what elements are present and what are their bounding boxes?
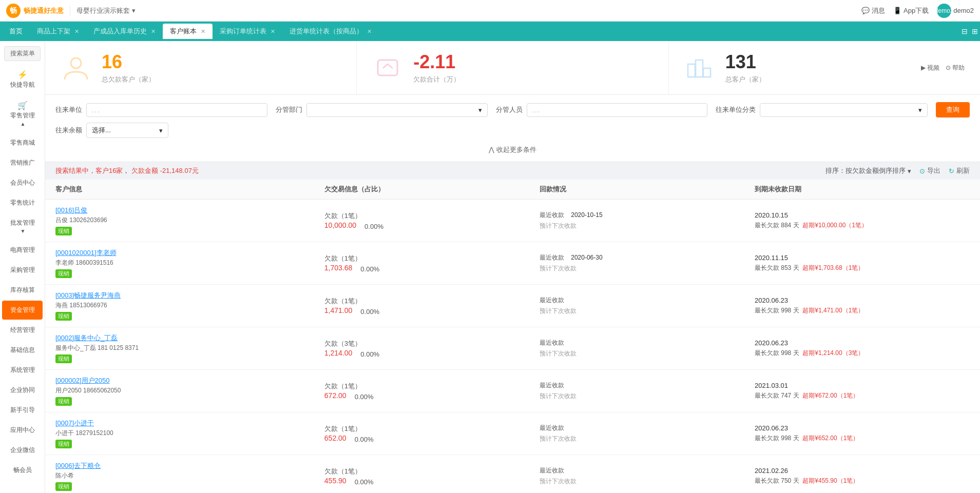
view-button[interactable]: ▶ 视频	[921, 64, 939, 72]
sidebar-item-new-guide[interactable]: 新手引导	[2, 401, 43, 420]
stat-total-value: 131	[725, 51, 765, 73]
customer-cell-5: [0007]小进干 小进干 18279152100 现销	[55, 419, 324, 448]
customer-code-5[interactable]: [0007]小进干	[55, 419, 324, 428]
overdue-amount-5[interactable]: 超期¥652.00（1笔）	[802, 435, 859, 442]
search-button[interactable]: 查询	[936, 102, 970, 117]
filter-balance-placeholder: 选择...	[92, 126, 111, 135]
help-icon: ⊙	[946, 64, 951, 71]
customer-code-3[interactable]: [0002]服务中心_丁磊	[55, 333, 324, 343]
debt-percent-3: 0.00%	[360, 350, 379, 358]
filter-balance-select[interactable]: 选择... ▾	[86, 123, 168, 138]
overdue-amount-4[interactable]: 超期¥672.00（1笔）	[802, 392, 859, 399]
message-button[interactable]: 💬 消息	[861, 6, 885, 15]
debt-amount-1[interactable]: 1,703.68	[324, 264, 353, 272]
table-row: [000002]用户2050 用户2050 18665062050 现销 欠款（…	[45, 370, 980, 412]
debt-amount-0[interactable]: 10,000.00	[324, 221, 356, 229]
sidebar-item-retail-stats[interactable]: 零售统计	[2, 193, 43, 212]
filter-person-input[interactable]: ...	[527, 103, 708, 117]
tab-product-history-label: 产成品入库单历史	[93, 27, 147, 36]
sort-select[interactable]: 排序：按欠款金额倒序排序 ▾	[825, 166, 911, 175]
customer-code-6[interactable]: [0006]去下粮仓	[55, 461, 324, 470]
collection-label-2: 最近收款	[540, 297, 564, 304]
customer-code-0[interactable]: [0016]吕俊	[55, 206, 324, 215]
stat-debt-info: -2.11 欠款合计（万）	[413, 51, 460, 84]
sidebar-item-retail-mgmt-label: 零售管理	[6, 111, 39, 120]
sidebar-item-member-center[interactable]: 会员中心	[2, 173, 43, 192]
filter-unit-class-label: 往来单位分类	[716, 105, 756, 114]
view-icon: ▶	[921, 64, 926, 71]
svg-rect-2	[688, 64, 695, 77]
collection-label-3: 最近收款	[540, 339, 564, 346]
user-avatar-button[interactable]: demo2 demo2	[937, 4, 974, 18]
tab-product-history[interactable]: 产成品入库单历史 ✕	[86, 24, 163, 39]
overdue-amount-0[interactable]: 超期¥10,000.00（1笔）	[802, 222, 868, 229]
sidebar-item-batch-mgmt[interactable]: 批发管理 ▼	[2, 213, 43, 240]
sidebar-item-system[interactable]: 系统管理	[2, 361, 43, 380]
filter-unit-class-select[interactable]: ▾	[760, 103, 928, 117]
overdue-cell-2: 2020.06.23 最长欠款 998 天 超期¥1,471.00（1笔）	[755, 297, 970, 315]
tab-maximize-icon[interactable]: ⊞	[972, 27, 978, 35]
result-debt-total: 欠款金额 -21,148.07元	[131, 167, 199, 174]
collection-info-4: 最近收款	[540, 381, 755, 390]
debt-amount-3[interactable]: 1,214.00	[324, 349, 353, 357]
message-icon: 💬	[861, 7, 870, 14]
sidebar-item-finance[interactable]: 资金管理	[2, 301, 43, 320]
overdue-amount-2[interactable]: 超期¥1,471.00（1笔）	[802, 307, 864, 314]
sidebar-item-enterprise-wechat[interactable]: 企业微信	[2, 441, 43, 460]
sidebar-item-ops-mgmt-label: 经营管理	[6, 326, 39, 334]
sidebar-item-member-vip[interactable]: 畅会员	[2, 461, 43, 480]
app-download-label: App下载	[904, 6, 929, 15]
debt-amount-6[interactable]: 455.90	[324, 477, 347, 485]
tab-purchase-order[interactable]: 采购订单统计表 ✕	[213, 24, 282, 39]
sidebar-item-retail-store[interactable]: 零售商城	[2, 133, 43, 152]
tab-product-shelf-close[interactable]: ✕	[74, 28, 79, 35]
sidebar-item-marketing[interactable]: 营销推广	[2, 153, 43, 172]
sidebar-item-ecommerce[interactable]: 电商管理	[2, 241, 43, 260]
tab-minimize-icon[interactable]: ⊟	[962, 27, 968, 35]
tab-customer-account-close[interactable]: ✕	[201, 28, 205, 35]
filter-dept-label: 分管部门	[276, 105, 302, 114]
filter-source-unit-input[interactable]: ...	[86, 103, 267, 117]
customer-code-4[interactable]: [000002]用户2050	[55, 376, 324, 385]
tab-home[interactable]: 首页	[2, 24, 30, 39]
filter-dept: 分管部门 ▾	[276, 103, 488, 117]
debt-percent-2: 0.00%	[360, 308, 379, 315]
app-download-button[interactable]: 📱 App下载	[893, 6, 929, 15]
debt-amount-5[interactable]: 652.00	[324, 434, 347, 442]
overdue-cell-0: 2020.10.15 最长欠款 884 天 超期¥10,000.00（1笔）	[755, 211, 970, 230]
debt-cell-2: 欠款（1笔） 1,471.00 0.00%	[324, 297, 540, 315]
debt-amount-4[interactable]: 672.00	[324, 391, 347, 400]
sidebar-item-quick-nav[interactable]: ⚡ 快捷导航	[2, 65, 43, 94]
collapse-button[interactable]: ⋀ 收起更多条件	[55, 143, 970, 156]
tab-product-history-close[interactable]: ✕	[151, 28, 156, 35]
tab-inbound-stats[interactable]: 进货单统计表（按商品） ✕	[282, 24, 379, 39]
collection-cell-4: 最近收款 预计下次收款	[540, 381, 755, 401]
debt-amount-2[interactable]: 1,471.00	[324, 306, 353, 314]
sidebar-item-enterprise[interactable]: 企业协同	[2, 381, 43, 400]
filter-dept-select[interactable]: ▾	[306, 103, 488, 117]
table-row: [0001020001]李老师 李老师 18600391516 现销 欠款（1笔…	[45, 242, 980, 285]
overdue-amount-1[interactable]: 超期¥1,703.68（1笔）	[802, 264, 864, 271]
overdue-amount-6[interactable]: 超期¥455.90（1笔）	[802, 477, 859, 484]
sidebar-item-purchase-mgmt[interactable]: 采购管理	[2, 261, 43, 280]
customer-code-2[interactable]: [0003]畅捷服务尹海燕	[55, 291, 324, 300]
sidebar-search-button[interactable]: 搜索菜单	[4, 46, 41, 61]
debt-cell-4: 欠款（1笔） 672.00 0.00%	[324, 382, 540, 401]
sidebar-item-retail-mgmt[interactable]: 🛒 零售管理 ▲	[2, 95, 43, 132]
refresh-button[interactable]: ↻ 刷新	[949, 166, 970, 175]
overdue-date-1: 2020.11.15	[755, 254, 970, 262]
sidebar-item-inventory[interactable]: 库存核算	[2, 281, 43, 300]
tab-product-shelf[interactable]: 商品上下架 ✕	[30, 24, 86, 39]
help-button[interactable]: ⊙ 帮助	[946, 64, 965, 72]
tab-purchase-order-close[interactable]: ✕	[271, 28, 275, 35]
overdue-amount-3[interactable]: 超期¥1,214.00（3笔）	[802, 349, 864, 357]
sidebar-item-basic-info[interactable]: 基础信息	[2, 341, 43, 360]
sidebar-item-ops-mgmt[interactable]: 经营管理	[2, 321, 43, 340]
tab-customer-account[interactable]: 客户账本 ✕	[163, 24, 213, 39]
collection-label-0: 最近收款	[540, 211, 564, 219]
customer-code-1[interactable]: [0001020001]李老师	[55, 248, 324, 258]
store-selector[interactable]: 母婴行业演示账套 ▾	[70, 6, 136, 15]
export-button[interactable]: ⊙ 导出	[919, 166, 940, 175]
sidebar-item-app-center[interactable]: 应用中心	[2, 421, 43, 440]
tab-inbound-stats-close[interactable]: ✕	[367, 28, 372, 35]
